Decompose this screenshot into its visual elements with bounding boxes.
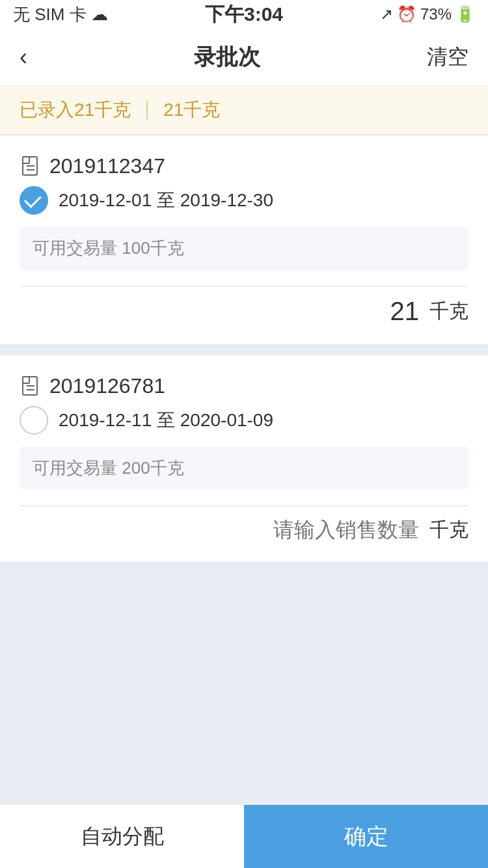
location-icon: ↗ <box>380 5 393 23</box>
qty-value-1: 21 <box>390 297 420 326</box>
section-divider <box>0 344 488 355</box>
confirm-button[interactable]: 确定 <box>244 805 488 868</box>
batch-header-1: 2019112347 <box>20 154 468 178</box>
batch-card-1: 2019112347 2019-12-01 至 2019-12-30 可用交易量… <box>0 136 488 344</box>
batch-inner-1: 2019112347 2019-12-01 至 2019-12-30 <box>0 136 488 215</box>
batch-date-row-2[interactable]: 2019-12-11 至 2020-01-09 <box>20 406 468 435</box>
battery-text: 73% <box>420 5 452 23</box>
summary-amount: 21千克 <box>163 98 220 122</box>
back-button[interactable]: ‹ <box>20 44 27 71</box>
radio-2[interactable] <box>20 406 48 435</box>
available-qty-2: 可用交易量 200千克 <box>20 446 468 490</box>
batch-date-1: 2019-12-01 至 2019-12-30 <box>59 188 273 213</box>
qty-unit-2: 千克 <box>429 517 468 543</box>
batch-doc-icon-1 <box>20 155 43 178</box>
batch-id-1: 2019112347 <box>49 154 165 178</box>
batch-date-2: 2019-12-11 至 2020-01-09 <box>59 408 273 433</box>
status-time: 下午3:04 <box>205 1 283 28</box>
clear-button[interactable]: 清空 <box>427 43 468 72</box>
batch-doc-icon-2 <box>20 375 43 398</box>
recorded-label: 已录入21千克 <box>20 98 131 122</box>
nav-bar: ‹ 录批次 清空 <box>0 29 488 86</box>
batch-header-2: 2019126781 <box>20 374 468 398</box>
available-qty-1: 可用交易量 100千克 <box>20 226 468 270</box>
no-sim-text: 无 SIM 卡 ☁ <box>13 3 108 26</box>
batch-inner-2: 2019126781 2019-12-11 至 2020-01-09 <box>0 356 488 435</box>
qty-input-row-2[interactable]: 千克 <box>0 506 488 562</box>
svg-rect-1 <box>23 157 29 163</box>
summary-banner: 已录入21千克 21千克 <box>0 86 488 135</box>
svg-rect-5 <box>23 377 29 383</box>
batch-date-row-1[interactable]: 2019-12-01 至 2019-12-30 <box>20 186 468 215</box>
battery-icon: 🔋 <box>455 5 475 23</box>
page-title: 录批次 <box>194 42 260 72</box>
alarm-icon: ⏰ <box>397 5 416 23</box>
summary-divider <box>146 101 148 119</box>
batch-id-2: 2019126781 <box>49 374 165 398</box>
qty-input-2[interactable] <box>224 518 419 542</box>
status-left: 无 SIM 卡 ☁ <box>13 3 108 26</box>
status-right: ↗ ⏰ 73% 🔋 <box>380 5 475 23</box>
qty-unit-1: 千克 <box>429 298 468 325</box>
radio-1[interactable] <box>20 186 48 215</box>
status-bar: 无 SIM 卡 ☁ 下午3:04 ↗ ⏰ 73% 🔋 <box>0 0 488 29</box>
bottom-bar: 自动分配 确定 <box>0 804 488 868</box>
qty-input-row-1: 21 千克 <box>0 286 488 344</box>
auto-distribute-button[interactable]: 自动分配 <box>0 805 244 868</box>
batch-card-2: 2019126781 2019-12-11 至 2020-01-09 可用交易量… <box>0 356 488 562</box>
